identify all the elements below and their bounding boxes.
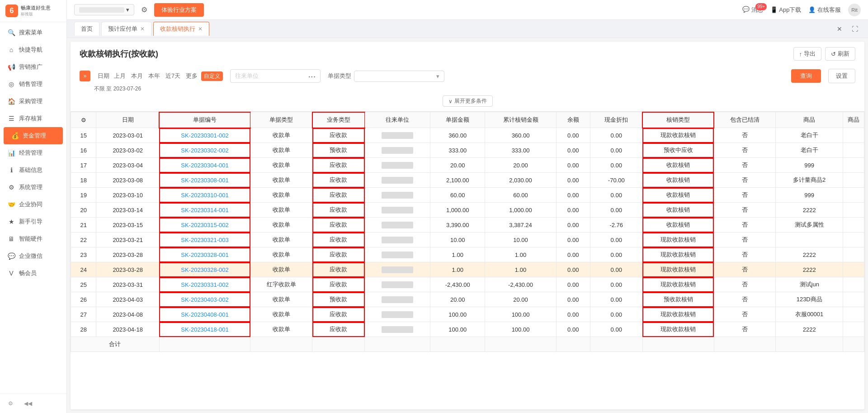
cell-date: 2023-03-28 xyxy=(96,262,159,277)
cell-partner xyxy=(365,247,430,262)
doc-num-link[interactable]: SK-20230304-001 xyxy=(181,162,229,169)
cell-verify-type: 收款核销 xyxy=(642,188,714,203)
sidebar-item-label-sales: 销售管理 xyxy=(19,80,42,88)
cell-doc-type: 收款单 xyxy=(250,218,312,233)
cell-cumulative: 2,030.00 xyxy=(485,173,557,188)
app-download-btn[interactable]: 📱 App下载 xyxy=(770,6,801,14)
online-service-btn[interactable]: 👤 在线客服 xyxy=(808,6,841,14)
tab-home[interactable]: 首页 xyxy=(74,22,99,36)
topbar: ▾ ⚙ 体验行业方案 💬 消息 99+ 📱 App下载 👤 在线客服 Rit xyxy=(67,0,868,20)
filter-date-group: 日期 上月 本月 本年 近7天 更多 自定义 xyxy=(98,71,223,81)
receipt-type-select[interactable]: ▾ xyxy=(354,71,444,82)
cell-partner xyxy=(365,158,430,173)
query-btn[interactable]: 查询 xyxy=(791,69,821,83)
cell-date: 2023-03-21 xyxy=(96,233,159,247)
sidebar-item-finance[interactable]: 💰 资金管理 xyxy=(4,127,63,144)
col-header-cumulative: 累计核销金额 xyxy=(485,112,557,128)
sidebar-item-search[interactable]: 🔍 搜索菜单 xyxy=(0,24,66,41)
cell-cash-discount: 0.00 xyxy=(590,247,642,262)
sidebar-item-system[interactable]: ⚙ 系统管理 xyxy=(0,179,66,196)
purchase-icon: 🏠 xyxy=(7,97,15,105)
cell-no: 20 xyxy=(71,203,96,218)
doc-num-link[interactable]: SK-20230328-002 xyxy=(181,266,229,273)
tab-verify[interactable]: 收款核销执行 ✕ xyxy=(153,22,209,36)
sidebar-item-basic[interactable]: ℹ 基础信息 xyxy=(0,161,66,179)
tab-verify-close-icon[interactable]: ✕ xyxy=(198,26,203,32)
col-header-balance: 余额 xyxy=(556,112,590,128)
receipt-type-label: 单据类型 xyxy=(328,72,351,80)
cell-doc-type: 收款单 xyxy=(250,307,312,322)
cell-doc-num: SK-20230408-001 xyxy=(159,307,250,322)
cell-date: 2023-03-04 xyxy=(96,158,159,173)
tab-prepay[interactable]: 预计应付单 ✕ xyxy=(101,22,151,36)
sidebar-item-inventory[interactable]: ☰ 库存核算 xyxy=(0,110,66,127)
filter-unit-input[interactable]: 往来单位 ··· xyxy=(230,69,321,83)
cell-no: 19 xyxy=(71,188,96,203)
doc-num-link[interactable]: SK-20230310-001 xyxy=(181,192,229,199)
sidebar-item-quick-nav[interactable]: ⌂ 快捷导航 xyxy=(0,41,66,58)
doc-num-link[interactable]: SK-20230403-002 xyxy=(181,296,229,303)
doc-num-link[interactable]: SK-20230328-001 xyxy=(181,252,229,258)
doc-num-link[interactable]: SK-20230315-002 xyxy=(181,222,229,228)
tab-close-btn[interactable]: ✕ xyxy=(834,23,845,35)
doc-num-link[interactable]: SK-20230302-002 xyxy=(181,147,229,154)
sidebar-item-operation[interactable]: 📊 经营管理 xyxy=(0,144,66,161)
cell-biz-type: 预收款 xyxy=(312,143,365,158)
industry-btn[interactable]: 体验行业方案 xyxy=(154,3,204,17)
doc-num-link[interactable]: SK-20230301-002 xyxy=(181,132,229,139)
cell-verify-type: 预收款核销 xyxy=(642,292,714,307)
notification-area[interactable]: 💬 消息 99+ xyxy=(742,6,763,14)
filter-settings-btn[interactable]: 设置 xyxy=(828,69,855,83)
this-month-btn[interactable]: 本月 xyxy=(129,71,145,81)
sidebar-item-purchase[interactable]: 🏠 采购管理 xyxy=(0,93,66,110)
more-btn[interactable]: 更多 xyxy=(184,71,199,81)
expand-more-btn[interactable]: ∨ 展开更多条件 xyxy=(443,95,493,107)
cell-cumulative: 1.00 xyxy=(485,262,557,277)
member-icon: V xyxy=(7,269,15,277)
cell-date: 2023-03-15 xyxy=(96,218,159,233)
cell-biz-type: 应收款 xyxy=(312,218,365,233)
cell-cash-discount: 0.00 xyxy=(590,262,642,277)
cell-biz-type: 应收款 xyxy=(312,188,365,203)
last-month-btn[interactable]: 上月 xyxy=(112,71,127,81)
tab-fullscreen-btn[interactable]: ⛶ xyxy=(849,23,861,35)
cell-verify-type: 收款核销 xyxy=(642,158,714,173)
tab-verify-label: 收款核销执行 xyxy=(160,25,195,33)
sidebar-settings-btn[interactable]: ⚙ xyxy=(4,398,18,409)
sidebar-item-member[interactable]: V 畅会员 xyxy=(0,265,66,282)
this-year-btn[interactable]: 本年 xyxy=(146,71,162,81)
table-row: 23 2023-03-28 SK-20230328-001 收款单 应收款 1.… xyxy=(71,247,864,262)
sidebar-item-wechat[interactable]: 💬 企业微信 xyxy=(0,247,66,265)
filter-dots-icon[interactable]: ··· xyxy=(308,71,316,81)
cell-balance: 0.00 xyxy=(556,292,590,307)
cell-product1: 123D商品 xyxy=(776,292,843,307)
business-selector[interactable]: ▾ xyxy=(74,4,134,15)
sidebar-item-marketing[interactable]: 📢 营销推广 xyxy=(0,58,66,76)
sidebar-collapse-btn[interactable]: ◀◀ xyxy=(19,398,37,409)
doc-num-link[interactable]: SK-20230308-001 xyxy=(181,177,229,184)
inventory-icon: ☰ xyxy=(7,114,15,123)
doc-num-link[interactable]: SK-20230331-002 xyxy=(181,281,229,288)
sidebar-item-hardware[interactable]: 🖥 智能硬件 xyxy=(0,230,66,247)
filter-toggle-btn[interactable]: » xyxy=(80,71,90,81)
sidebar-item-enterprise[interactable]: 🤝 企业协同 xyxy=(0,196,66,213)
doc-num-link[interactable]: SK-20230321-003 xyxy=(181,237,229,243)
doc-num-link[interactable]: SK-20230314-001 xyxy=(181,207,229,214)
cell-partner xyxy=(365,188,430,203)
cell-date: 2023-04-18 xyxy=(96,322,159,337)
doc-num-link[interactable]: SK-20230418-001 xyxy=(181,326,229,333)
last-7-btn[interactable]: 近7天 xyxy=(164,71,182,81)
doc-num-link[interactable]: SK-20230408-001 xyxy=(181,311,229,318)
refresh-icon: ↺ xyxy=(831,51,836,57)
tab-prepay-close-icon[interactable]: ✕ xyxy=(140,26,145,32)
refresh-btn[interactable]: ↺ 刷新 xyxy=(825,47,855,61)
user-avatar[interactable]: Rit xyxy=(848,4,861,16)
sidebar-item-sales[interactable]: ◎ 销售管理 xyxy=(0,76,66,93)
cell-amount: 360.00 xyxy=(430,128,485,143)
export-btn[interactable]: ↑ 导出 xyxy=(793,47,822,61)
sidebar-item-beginner[interactable]: ★ 新手引导 xyxy=(0,213,66,230)
col-header-settings[interactable]: ⚙ xyxy=(71,112,96,128)
custom-btn[interactable]: 自定义 xyxy=(201,71,223,81)
gear-icon[interactable]: ⚙ xyxy=(138,4,151,16)
cell-doc-num: SK-20230321-003 xyxy=(159,233,250,247)
